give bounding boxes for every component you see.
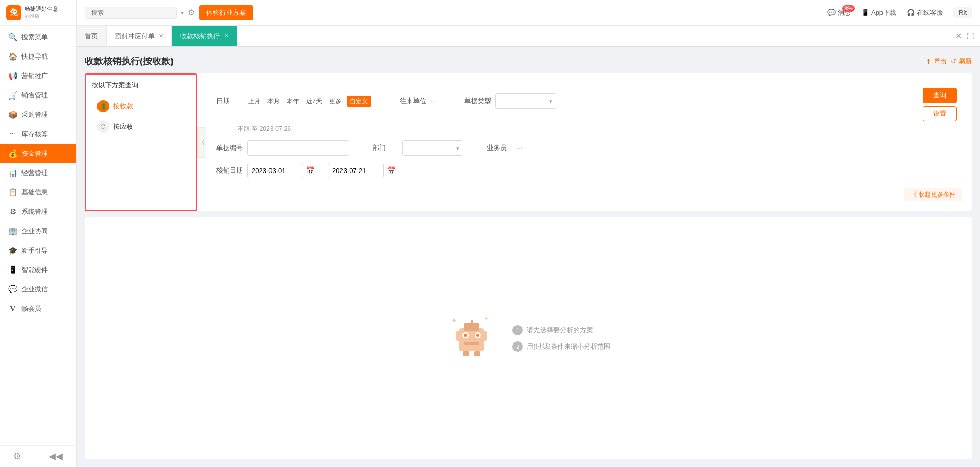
sidebar-item-collab[interactable]: 🏢 企业协同 [0,222,76,241]
app-version: 标准版 [24,13,58,20]
system-icon: ⚙ [8,207,17,216]
filter-left-title: 按以下方案查询 [92,81,190,90]
filter-option-by-receivable[interactable]: ⏱ 按应收 [92,116,190,137]
export-button[interactable]: ⬆ 导出 [926,57,947,66]
industry-solution-button[interactable]: 体验行业方案 [199,5,253,20]
sidebar-item-finance[interactable]: 💰 资金管理 [0,144,76,163]
filter-area: 按以下方案查询 💲 按收款 ⏱ 按应收 《 日期 [85,73,972,211]
date-label: 日期 [216,96,242,106]
receivable-label: 按应收 [113,122,133,131]
staff-label: 业务员 [487,143,512,153]
sidebar-item-member[interactable]: V 畅会员 [0,299,76,318]
message-button[interactable]: 💬 消息 99+ [827,8,851,17]
calendar-start-icon[interactable]: 📅 [306,166,315,175]
main-content: ▾ ⚙ 体验行业方案 💬 消息 99+ 📱 App下载 🎧 在线客服 Rit 首… [77,0,980,467]
topbar-dropdown-arrow[interactable]: ▾ [181,9,184,16]
close-tab-icon[interactable]: ✕ [955,31,962,41]
app-label: App下载 [871,8,896,17]
search-icon: 🔍 [8,33,17,42]
dept-select[interactable] [402,140,463,156]
filter-collapse-toggle[interactable]: 《 [197,127,206,158]
verify-date-label: 核销日期 [216,166,243,175]
app-download-button[interactable]: 📱 App下载 [861,8,896,17]
online-service-button[interactable]: 🎧 在线客服 [906,8,943,17]
sidebar-item-basic[interactable]: 📋 基础信息 [0,183,76,202]
settings-bottom-icon[interactable]: ⚙ [13,451,21,462]
tab-prepayment-close-icon[interactable]: ✕ [159,33,163,39]
expand-icon[interactable]: ⛶ [967,32,974,40]
page-content: 收款核销执行(按收款) ⬆ 导出 ↺ 刷新 按以下方案查询 💲 按收款 [77,47,980,467]
sidebar-item-purchase[interactable]: 📦 采购管理 [0,105,76,125]
date-last-month[interactable]: 上月 [246,96,262,107]
date-more[interactable]: 更多 [327,96,344,107]
collection-label: 按收款 [113,102,133,111]
refresh-button[interactable]: ↺ 刷新 [951,57,972,66]
date-custom[interactable]: 自定义 [347,96,371,107]
guide-icon: 🎓 [8,246,17,255]
date-this-month[interactable]: 本月 [265,96,282,107]
verify-date-start-input[interactable] [247,163,303,178]
svg-rect-11 [474,351,480,356]
sidebar-item-guide[interactable]: 🎓 新手引导 [0,241,76,260]
sidebar-item-inventory[interactable]: 🗃 库存核算 [0,125,76,144]
user-name[interactable]: Rit [953,7,972,18]
doc-type-filter-group: 单据类型 [464,93,556,109]
finance-icon: 💰 [8,149,17,158]
doc-no-filter-group: 单据编号 [216,140,349,156]
date-7days[interactable]: 近7天 [304,96,324,107]
verify-date-filter-group: 核销日期 📅 — 📅 [216,163,396,178]
service-icon: 🎧 [906,9,915,16]
partner-label: 往来单位 [400,96,426,106]
empty-state: ✦ ✦ 1 请先选择要分析的方案 2 用[过滤]条件来缩小分析范围 [85,217,972,459]
svg-text:✦: ✦ [484,316,488,322]
svg-point-5 [464,334,467,337]
sidebar-item-marketing[interactable]: 📢 营销推广 [0,66,76,86]
logo-icon: 兔 [6,5,21,20]
basic-icon: 📋 [8,188,17,197]
sidebar-item-wechat[interactable]: 💬 企业微信 [0,280,76,299]
tab-home[interactable]: 首页 [77,26,107,46]
doc-no-label: 单据编号 [216,143,243,153]
staff-ellipsis[interactable]: ··· [517,144,523,152]
tab-collection-label: 收款核销执行 [180,32,220,41]
filter-option-by-collection[interactable]: 💲 按收款 [92,96,190,116]
query-button[interactable]: 查询 [923,88,957,103]
doc-type-select[interactable] [495,93,556,109]
setting-button[interactable]: 设置 [923,106,957,121]
doc-type-label: 单据类型 [464,96,491,106]
sidebar-bottom: ⚙ ◀◀ [0,445,76,467]
message-icon: 💬 [827,9,836,16]
sidebar-nav: 🔍 搜索菜单 🏠 快捷导航 📢 营销推广 🛒 销售管理 📦 采购管理 🗃 库存核… [0,26,76,445]
sidebar: 兔 畅捷通好生意 标准版 🔍 搜索菜单 🏠 快捷导航 📢 营销推广 🛒 销售管理… [0,0,77,467]
verify-date-end-input[interactable] [328,163,384,178]
tip-text-2: 用[过滤]条件来缩小分析范围 [527,342,610,351]
date-this-year[interactable]: 本年 [285,96,301,107]
dept-select-wrapper [402,140,463,156]
collapse-sidebar-icon[interactable]: ◀◀ [48,451,63,462]
marketing-icon: 📢 [8,71,17,81]
calendar-end-icon[interactable]: 📅 [387,166,396,175]
tab-collection-close-icon[interactable]: ✕ [224,33,229,39]
sidebar-item-search[interactable]: 🔍 搜索菜单 [0,28,76,47]
sidebar-item-operation[interactable]: 📊 经营管理 [0,163,76,183]
topbar-gear-icon[interactable]: ⚙ [188,8,195,17]
svg-rect-7 [464,342,479,345]
sidebar-item-shortcut[interactable]: 🏠 快捷导航 [0,47,76,66]
topbar-search-input[interactable] [85,7,177,19]
partner-ellipsis[interactable]: ··· [430,97,436,105]
tab-prepayment[interactable]: 预付冲应付单 ✕ [107,26,172,46]
topbar: ▾ ⚙ 体验行业方案 💬 消息 99+ 📱 App下载 🎧 在线客服 Rit [77,0,980,26]
hardware-icon: 📱 [8,265,17,275]
sidebar-item-hardware[interactable]: 📱 智能硬件 [0,260,76,280]
sidebar-item-system[interactable]: ⚙ 系统管理 [0,202,76,222]
purchase-icon: 📦 [8,110,17,119]
sidebar-item-sales[interactable]: 🛒 销售管理 [0,86,76,105]
topbar-right: 💬 消息 99+ 📱 App下载 🎧 在线客服 Rit [827,7,972,18]
collapse-chevron-icon: 《 [911,190,917,199]
collapse-more-button[interactable]: 《 收起更多条件 [904,188,962,201]
tab-collection[interactable]: 收款核销执行 ✕ [172,26,237,46]
page-header: 收款核销执行(按收款) ⬆ 导出 ↺ 刷新 [85,55,972,67]
doc-no-input[interactable] [247,140,349,156]
date-range-hint: 不限 至 2023-07-26 [238,125,291,132]
date-separator: — [318,167,325,175]
